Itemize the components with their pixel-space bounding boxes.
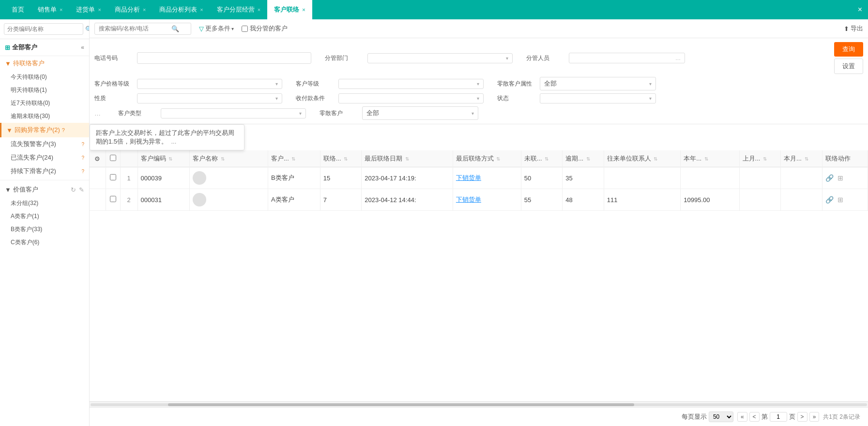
th-last-method[interactable]: 最后联络方式 ⇅ [453,150,521,167]
gender-select[interactable]: ▾ [137,93,282,103]
nav-analysis-list[interactable]: 商品分析列表 × [152,0,210,19]
sidebar-section-pending[interactable]: ▼ 待联络客户 [0,56,89,71]
customer-type-select[interactable]: ▾ [161,108,306,118]
sidebar-item-declining[interactable]: 持续下滑客户(2) ? [0,164,89,178]
th-unreached[interactable]: 未联... ⇅ [521,150,563,167]
th-cur-month[interactable]: 本月... ⇅ [781,150,822,167]
nav-customer-contact-close[interactable]: × [302,7,305,13]
value-edit-icon[interactable]: ✎ [79,186,84,193]
manager-select[interactable]: … [569,53,685,63]
sidebar-item-today[interactable]: 今天待联络(0) [0,71,89,84]
search-submit-icon[interactable]: 🔍 [171,25,179,32]
row1-last-method[interactable]: 下销货单 [453,167,521,189]
row2-unreached: 55 [521,189,563,211]
tooltip-ellipsis[interactable]: ... [171,138,176,145]
sidebar-item-classB[interactable]: B类客户(33) [0,223,89,236]
my-customers-check[interactable] [242,26,248,32]
setting-btn[interactable]: 设置 [834,59,863,74]
lost-help[interactable]: ? [81,155,84,161]
next-page-btn[interactable]: > [797,412,807,422]
price-level-select[interactable]: ▾ [137,79,282,89]
loss-warning-help[interactable]: ? [81,142,84,147]
retail-customer-select[interactable]: 全部 ▾ [362,106,478,120]
row2-last-method[interactable]: 下销货单 [453,189,521,211]
th-code[interactable]: 客户编码 ⇅ [137,150,190,167]
per-page-dropdown[interactable]: 20 50 100 200 [709,411,733,422]
row1-method-link[interactable]: 下销货单 [456,174,481,181]
row2-action: 🔗 ⊞ [822,189,868,211]
nav-analysis-list-close[interactable]: × [200,7,203,13]
sidebar-item-tomorrow[interactable]: 明天待联络(1) [0,84,89,97]
first-page-btn[interactable]: « [737,412,747,422]
row2-checkbox[interactable] [106,189,120,211]
payment-select[interactable]: ▾ [338,93,484,103]
search-box[interactable]: 🔍 [94,23,191,35]
th-contact[interactable]: 联络... ⇅ [320,150,362,167]
sidebar-search-input[interactable] [4,23,83,35]
my-customers-checkbox[interactable]: 我分管的客户 [242,24,288,33]
sidebar-section-value[interactable]: ▼ 价值客户 ↻ ✎ [0,182,89,197]
sidebar-item-7days[interactable]: 近7天待联络(0) [0,97,89,110]
close-all-tabs[interactable]: × [858,5,862,14]
export-btn[interactable]: ⬆ 导出 [844,24,863,33]
horizontal-scrollbar[interactable] [90,401,868,407]
select-all-checkbox[interactable] [110,155,116,161]
row1-grid-icon[interactable]: ⊞ [838,174,843,182]
more-conditions-btn[interactable]: ▽ 更多条件 ▾ [195,22,238,35]
nav-purchase-close[interactable]: × [98,7,101,13]
row2-link-icon[interactable]: 🔗 [825,196,834,204]
nav-customer-tier[interactable]: 客户分层经营 × [210,0,267,19]
th-last-date[interactable]: 最后联络日期 ⇅ [362,150,453,167]
sidebar-collapse-icon[interactable]: « [81,44,84,51]
sidebar-search-icon[interactable]: 🔍 [85,26,90,33]
row2-avatar [193,193,206,206]
dept-select[interactable]: ▾ [367,53,513,63]
last-page-btn[interactable]: » [809,412,820,422]
declining-help[interactable]: ? [81,169,84,174]
row1-checkbox[interactable] [106,167,120,189]
retail-attr-select[interactable]: 全部 ▾ [540,77,656,90]
customer-level-arrow-icon: ▾ [477,81,479,87]
tooltip-box: 距客户上次交易时长，超过了此客户的平均交易周期的1.5倍，则视为异常。 ... [90,124,244,150]
nav-analysis[interactable]: 商品分析 × [108,0,152,19]
manager-more-icon[interactable]: … [675,55,681,61]
th-settings[interactable]: ⚙ [90,150,106,167]
sidebar-item-loss-warning[interactable]: 流失预警客户(3) ? [0,137,89,151]
th-last-month[interactable]: 上月... ⇅ [739,150,781,167]
more-row4-icon[interactable]: … [94,110,101,117]
prev-page-btn[interactable]: < [749,412,760,422]
th-overdue[interactable]: 逾期... ⇅ [563,150,604,167]
nav-analysis-close[interactable]: × [143,7,146,13]
row2-check[interactable] [110,196,116,202]
nav-customer-tier-close[interactable]: × [258,7,260,13]
sidebar-item-ungroup[interactable]: 未分组(32) [0,197,89,210]
search-btn[interactable]: 查询 [834,42,863,57]
th-type[interactable]: 客户... ⇅ [268,150,320,167]
nav-home[interactable]: 首页 [5,0,31,19]
row1-link-icon[interactable]: 🔗 [825,174,834,182]
row1-check[interactable] [110,174,116,180]
row2-grid-icon[interactable]: ⊞ [838,196,843,204]
nav-sales-close[interactable]: × [60,7,62,13]
sidebar-section-repurchase-abnormal[interactable]: ▼ 回购异常客户(2) ? [0,123,89,137]
lastmonth-sort-icon: ⇅ [763,156,767,162]
nav-purchase[interactable]: 进货单 × [69,0,107,19]
sidebar-item-overdue[interactable]: 逾期未联络(30) [0,110,89,123]
th-associate[interactable]: 往来单位联系人 ⇅ [604,150,680,167]
row2-method-link[interactable]: 下销货单 [456,196,481,203]
value-refresh-icon[interactable]: ↻ [71,186,76,193]
customer-level-select[interactable]: ▾ [338,79,484,89]
th-name[interactable]: 客户名称 ⇅ [190,150,268,167]
phone-input[interactable] [137,52,311,64]
page-number-input[interactable] [770,412,787,422]
scrollbar-thumb[interactable] [168,403,634,406]
repurchase-help-icon[interactable]: ? [62,127,65,133]
nav-sales[interactable]: 销售单 × [31,0,69,19]
status-select[interactable]: ▾ [540,93,656,103]
th-year-amt[interactable]: 本年... ⇅ [681,150,739,167]
search-input[interactable] [99,25,171,32]
sidebar-item-classA[interactable]: A类客户(1) [0,210,89,223]
sidebar-item-lost[interactable]: 已流失客户(24) ? [0,151,89,164]
sidebar-item-classC[interactable]: C类客户(6) [0,236,89,249]
nav-customer-contact[interactable]: 客户联络 × [267,0,312,19]
